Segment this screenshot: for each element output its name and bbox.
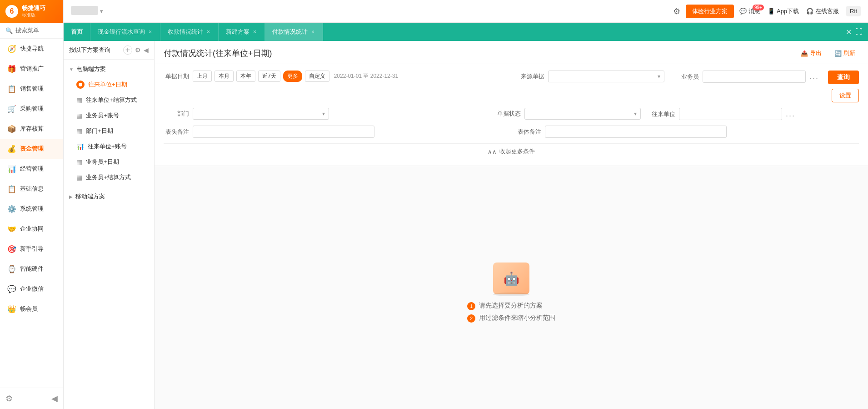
scheme-group-mobile: ▶ 移动端方案: [64, 187, 154, 206]
trial-btn[interactable]: 体验行业方案: [686, 5, 734, 18]
date-btn-custom[interactable]: 自定义: [305, 71, 329, 82]
scheme-item-partner-date[interactable]: 往来单位+日期: [64, 77, 154, 92]
tab-close-all-icon[interactable]: ✕: [846, 28, 852, 36]
filter-salesperson: 业务员 ...: [673, 71, 819, 83]
search-menu[interactable]: 🔍 搜索菜单: [0, 23, 63, 39]
date-btn-last-month[interactable]: 上月: [193, 71, 212, 82]
filter-voucher-status: 单据状态 ▾: [495, 108, 641, 120]
date-btn-7days[interactable]: 近7天: [258, 71, 280, 82]
filter-row-2: 部门 ▾ 单据状态 ▾ 往来单位: [164, 108, 859, 120]
salesperson-input[interactable]: [703, 71, 806, 83]
scheme-panel-header: 按以下方案查询 + ⚙ ◀: [64, 41, 154, 60]
footer-collapse-icon[interactable]: ◀: [51, 394, 58, 404]
search-icon: 🔍: [5, 27, 13, 34]
nav-icon-finance: 💰: [7, 144, 16, 153]
nav-icon-cooperation: 🤝: [7, 224, 16, 233]
salesperson-dots[interactable]: ...: [809, 72, 819, 81]
scheme-item-partner-settlement[interactable]: ▦ 往来单位+结算方式: [64, 92, 154, 108]
sidebar-item-basic[interactable]: 📋 基础信息: [0, 179, 63, 199]
topbar-settings-icon[interactable]: ⚙: [673, 6, 680, 16]
date-btn-this-month[interactable]: 本月: [215, 71, 234, 82]
tip-num-1: 1: [467, 302, 475, 310]
scheme-chart-icon: 📊: [76, 143, 84, 150]
export-btn[interactable]: 📤 导出: [797, 47, 825, 59]
nav-icon-basic: 📋: [7, 184, 16, 193]
sidebar-item-member[interactable]: 👑 畅会员: [0, 299, 63, 319]
voucher-status-select[interactable]: ▾: [524, 108, 641, 120]
empty-box: 🤖: [493, 263, 529, 294]
sidebar-item-sales[interactable]: 📋 销售管理: [0, 79, 63, 99]
mobile-group-arrow: ▶: [69, 194, 73, 199]
online-service-btn[interactable]: 🎧 在线客服: [806, 7, 839, 15]
body-note-input[interactable]: [545, 126, 727, 138]
sidebar-header: 6 畅捷通巧 标准版: [0, 0, 63, 23]
sidebar-item-purchase[interactable]: 🛒 采购管理: [0, 99, 63, 119]
tab-receipts[interactable]: 收款情况统计 ×: [160, 23, 219, 41]
sidebar-item-hardware[interactable]: ⌚ 智能硬件: [0, 259, 63, 279]
app-download-btn[interactable]: 📱 App下载: [768, 7, 799, 15]
messages-btn[interactable]: 💬 消息 99+: [739, 7, 760, 15]
voucher-date-label: 单据日期: [164, 72, 189, 81]
counterparty-dots[interactable]: ...: [786, 109, 795, 119]
messages-badge: 99+: [753, 5, 764, 10]
sidebar-item-system[interactable]: ⚙️ 系统管理: [0, 199, 63, 219]
refresh-icon: 🔄: [834, 50, 842, 57]
nav-icon-marketing: 🎁: [7, 64, 16, 73]
filter-voucher-date: 单据日期 上月 本月 本年 近7天 更多 自定义 2022-01-01 至 20…: [164, 71, 510, 82]
tab-fullscreen-icon[interactable]: ⛶: [855, 28, 863, 36]
app-logo-icon: 6: [5, 5, 18, 18]
tab-close-new-scheme[interactable]: ×: [252, 28, 257, 36]
header-note-input[interactable]: [193, 126, 374, 138]
tab-close-receipts[interactable]: ×: [206, 28, 211, 36]
sidebar-item-quick-nav[interactable]: 🧭 快捷导航: [0, 39, 63, 59]
sidebar-item-finance[interactable]: 💰 资金管理: [0, 139, 63, 159]
date-btn-more[interactable]: 更多: [283, 71, 302, 82]
breadcrumb-avatar-placeholder: [71, 6, 98, 16]
sidebar-item-wechat[interactable]: 💬 企业微信: [0, 279, 63, 299]
tab-close-payments[interactable]: ×: [310, 28, 315, 36]
scheme-table-icon-3: ▦: [76, 158, 82, 166]
tab-payments[interactable]: 付款情况统计 ×: [265, 23, 323, 41]
sidebar-item-marketing[interactable]: 🎁 营销推广: [0, 59, 63, 79]
sidebar-item-operation[interactable]: 📊 经营管理: [0, 159, 63, 179]
scheme-item-salesperson-settlement[interactable]: ▦ 业务员+结算方式: [64, 170, 154, 185]
scheme-group-mobile-header[interactable]: ▶ 移动端方案: [64, 189, 154, 204]
counterparty-input[interactable]: [679, 108, 782, 120]
topbar-dropdown-icon[interactable]: ▾: [100, 8, 103, 15]
dept-select[interactable]: ▾: [193, 108, 329, 120]
content-area: 付款情况统计(往来单位+日期) 📤 导出 🔄 刷新: [155, 41, 868, 409]
scheme-item-salesperson-date[interactable]: ▦ 业务员+日期: [64, 154, 154, 170]
svg-rect-0: [71, 6, 98, 15]
footer-settings-icon[interactable]: ⚙: [5, 394, 13, 404]
scheme-collapse-icon[interactable]: ◀: [144, 46, 149, 54]
scheme-table-icon-0: ▦: [76, 96, 82, 104]
setting-btn[interactable]: 设置: [832, 89, 859, 102]
scheme-settings-icon[interactable]: ⚙: [135, 46, 141, 54]
tab-cash-flow[interactable]: 现金银行流水查询 ×: [90, 23, 160, 41]
user-name[interactable]: Rit: [846, 6, 861, 16]
query-btn[interactable]: 查询: [828, 71, 859, 84]
empty-box-icon: 🤖: [504, 271, 519, 286]
collapse-more-btn[interactable]: ∧∧ 收起更多条件: [164, 143, 859, 159]
scheme-item-salesperson-account[interactable]: ▦ 业务员+账号: [64, 108, 154, 123]
scheme-group-desktop-header[interactable]: ▼ 电脑端方案: [64, 61, 154, 77]
sidebar-item-cooperation[interactable]: 🤝 企业协同: [0, 219, 63, 239]
tab-home[interactable]: 首页: [64, 23, 90, 41]
header-note-label: 表头备注: [164, 128, 189, 136]
scheme-table-icon-4: ▦: [76, 174, 82, 181]
result-area: 🤖 1 请先选择要分析的方案 2 用过滤条件来缩小分析范围: [155, 166, 868, 409]
voucher-status-label: 单据状态: [495, 110, 521, 118]
dept-label: 部门: [164, 110, 189, 118]
date-btn-this-year[interactable]: 本年: [236, 71, 255, 82]
tab-new-scheme[interactable]: 新建方案 ×: [219, 23, 265, 41]
scheme-item-dept-date[interactable]: ▦ 部门+日期: [64, 123, 154, 139]
source-voucher-select[interactable]: ▾: [548, 71, 664, 82]
scheme-group-desktop: ▼ 电脑端方案 往来单位+日期 ▦ 往来单位+结算方式 ▦ 业务员+账号: [64, 60, 154, 187]
tab-close-cash-flow[interactable]: ×: [148, 28, 153, 36]
sidebar-item-inventory[interactable]: 📦 库存核算: [0, 119, 63, 139]
scheme-add-icon[interactable]: +: [123, 45, 132, 55]
nav-icon-purchase: 🛒: [7, 104, 16, 113]
scheme-item-partner-account[interactable]: 📊 往来单位+账号: [64, 139, 154, 154]
refresh-btn[interactable]: 🔄 刷新: [831, 47, 859, 59]
sidebar-item-guide[interactable]: 🎯 新手引导: [0, 239, 63, 259]
